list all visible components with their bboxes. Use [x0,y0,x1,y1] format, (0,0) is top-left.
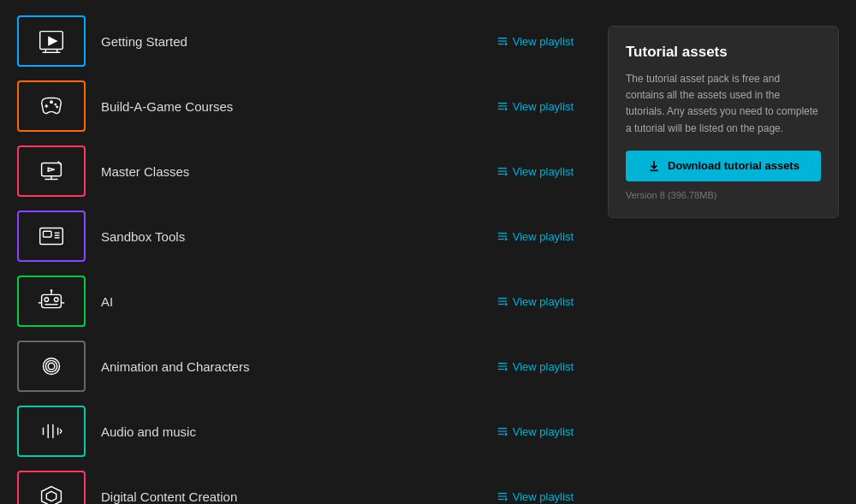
course-title-master-classes: Master Classes [101,164,496,179]
svg-point-8 [56,106,58,109]
course-item-build-a-game[interactable]: Build-A-Game Courses View playlist [0,74,591,139]
playlist-icon [496,165,508,177]
svg-marker-48 [505,368,508,371]
svg-marker-4 [505,43,508,46]
playlist-label: View playlist [513,35,574,48]
course-title-ai: AI [101,294,496,309]
course-icon-ai [17,276,86,327]
course-item-audio-music[interactable]: Audio and music View playlist [0,399,591,464]
svg-marker-29 [505,238,508,241]
svg-marker-54 [46,491,56,501]
svg-marker-41 [505,303,508,306]
svg-point-9 [50,100,53,104]
playlist-label: View playlist [513,360,574,373]
svg-rect-22 [44,231,52,237]
course-item-sandbox-tools[interactable]: Sandbox Tools View playlist [0,204,591,269]
svg-marker-13 [505,108,508,111]
playlist-label: View playlist [513,230,574,243]
course-icon-getting-started [17,15,86,67]
course-title-audio-music: Audio and music [101,424,496,439]
svg-point-7 [54,104,56,106]
playlist-label: View playlist [513,425,574,438]
course-item-master-classes[interactable]: Master Classes View playlist [0,139,591,204]
svg-marker-58 [505,498,508,501]
svg-point-32 [54,298,58,302]
course-title-sandbox-tools: Sandbox Tools [101,229,496,244]
view-playlist-animation-characters[interactable]: View playlist [496,360,574,373]
view-playlist-sandbox-tools[interactable]: View playlist [496,230,574,243]
course-icon-audio-music [17,406,86,457]
course-icon-build-a-game [17,80,86,132]
course-item-digital-content[interactable]: Digital Content Creation View playlist [0,464,591,504]
playlist-icon [496,230,508,242]
view-playlist-build-a-game[interactable]: View playlist [496,100,574,113]
course-icon-sandbox-tools [17,210,86,262]
course-item-getting-started[interactable]: Getting Started View playlist [0,9,591,74]
tutorial-card-title: Tutorial assets [626,44,821,61]
course-icon-master-classes [17,145,86,197]
view-playlist-master-classes[interactable]: View playlist [496,165,574,178]
playlist-icon [496,425,508,437]
course-title-digital-content: Digital Content Creation [101,489,496,504]
playlist-label: View playlist [513,100,574,113]
playlist-label: View playlist [513,165,574,178]
playlist-icon [496,35,508,47]
playlist-label: View playlist [513,490,574,503]
course-title-build-a-game: Build-A-Game Courses [101,99,496,114]
svg-marker-52 [505,433,508,436]
download-label: Download tutorial assets [668,159,800,172]
course-icon-animation-characters [17,341,86,392]
playlist-icon [496,490,508,502]
course-icon-digital-content [17,471,86,504]
tutorial-card: Tutorial assets The tutorial asset pack … [608,26,839,218]
playlist-icon [496,360,508,372]
course-title-animation-characters: Animation and Characters [101,359,496,374]
svg-point-31 [45,298,49,302]
course-title-getting-started: Getting Started [101,34,496,49]
course-item-animation-characters[interactable]: Animation and Characters View playlist [0,334,591,399]
version-text: Version 8 (396.78MB) [626,190,821,200]
playlist-label: View playlist [513,295,574,308]
view-playlist-digital-content[interactable]: View playlist [496,490,574,503]
view-playlist-audio-music[interactable]: View playlist [496,425,574,438]
svg-point-43 [45,360,56,371]
course-item-ai[interactable]: AI View playlist [0,269,591,334]
svg-marker-20 [505,173,508,176]
playlist-icon [496,100,508,112]
download-button[interactable]: Download tutorial assets [626,151,821,181]
view-playlist-getting-started[interactable]: View playlist [496,35,574,48]
sidebar-panel: Tutorial assets The tutorial asset pack … [591,0,856,504]
course-list: Getting Started View playlist Build-A-Ga… [0,0,591,504]
tutorial-card-description: The tutorial asset pack is free and cont… [626,71,821,137]
playlist-icon [496,295,508,307]
svg-point-34 [51,289,53,292]
svg-point-44 [48,363,55,370]
view-playlist-ai[interactable]: View playlist [496,295,574,308]
download-icon [647,159,661,173]
svg-rect-14 [42,163,62,176]
